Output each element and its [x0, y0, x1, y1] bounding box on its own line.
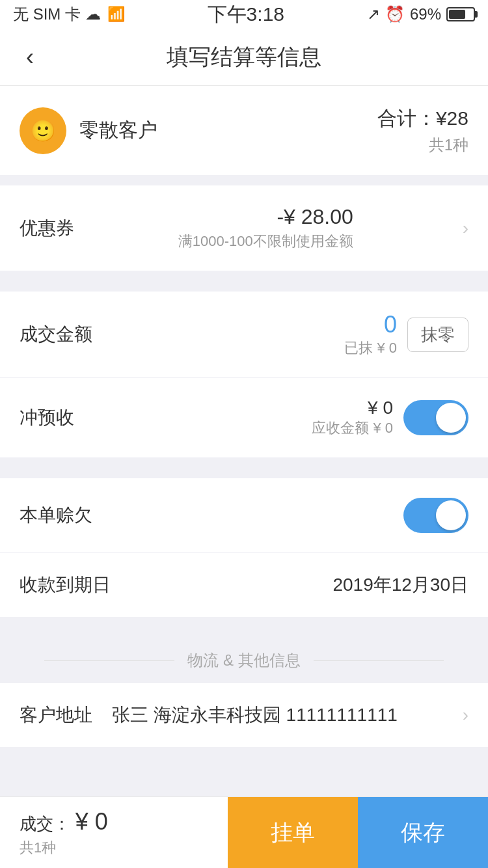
logistics-section-label: 物流 & 其他信息 [0, 638, 488, 683]
round-zero-button[interactable]: 抹零 [407, 318, 468, 352]
battery-icon [446, 7, 475, 21]
prepayment-row: 冲预收 ¥ 0 应收金额 ¥ 0 [0, 378, 488, 457]
status-left: 无 SIM 卡 ☁ 📶 [13, 4, 125, 25]
coupon-right: -¥ 28.00 满1000-100不限制使用金额 [178, 205, 353, 251]
total-count: 共1种 [377, 135, 468, 156]
address-value: 张三 海淀永丰科技园 11111111111 [112, 703, 443, 727]
credit-toggle-knob [436, 500, 466, 530]
address-label: 客户地址 [20, 703, 92, 727]
due-date-label: 收款到期日 [20, 573, 111, 597]
prepayment-value: ¥ 0 [312, 398, 393, 418]
bottom-bar: 成交： ¥ 0 共1种 挂单 保存 [0, 796, 488, 868]
divider-1 [0, 281, 488, 292]
prepayment-toggle[interactable] [403, 400, 468, 435]
prepayment-sub: 应收金额 ¥ 0 [312, 418, 393, 438]
customer-name: 零散客户 [79, 117, 157, 144]
prepayment-right: ¥ 0 应收金额 ¥ 0 [312, 398, 468, 438]
coupon-section: 优惠券 -¥ 28.00 满1000-100不限制使用金额 › [0, 185, 488, 271]
address-chevron: › [463, 705, 468, 726]
bottom-amount: ¥ 0 [75, 808, 108, 835]
logistics-label-text: 物流 & 其他信息 [187, 650, 300, 671]
total-amount: 合计：¥28 [377, 105, 468, 132]
save-button[interactable]: 保存 [358, 797, 488, 869]
location-icon: ↗ [367, 5, 380, 23]
coupon-amount: -¥ 28.00 [178, 205, 353, 229]
credit-section: 本单赊欠 收款到期日 2019年12月30日 [0, 478, 488, 617]
customer-row: 🙂 零散客户 合计：¥28 共1种 [0, 86, 488, 175]
sim-status: 无 SIM 卡 ☁ [13, 4, 101, 25]
avatar-icon: 🙂 [30, 118, 56, 143]
status-right: ↗ ⏰ 69% [367, 5, 475, 23]
credit-label: 本单赊欠 [20, 503, 92, 528]
back-button[interactable]: ‹ [20, 37, 40, 77]
coupon-desc: 满1000-100不限制使用金额 [178, 232, 353, 251]
hang-button[interactable]: 挂单 [228, 797, 358, 869]
transaction-section: 成交金额 0 已抹 ¥ 0 抹零 冲预收 ¥ 0 应收金额 ¥ 0 [0, 292, 488, 457]
prepayment-label: 冲预收 [20, 405, 74, 430]
time-display: 下午3:18 [208, 1, 284, 28]
bottom-deal-label: 成交： [20, 814, 70, 834]
battery-fill [449, 10, 465, 19]
prepayment-toggle-knob [436, 403, 466, 433]
bottom-deal-row: 成交： ¥ 0 [20, 808, 208, 835]
bottom-count: 共1种 [20, 838, 208, 858]
transaction-value: 0 [344, 311, 397, 338]
avatar: 🙂 [20, 107, 66, 154]
nav-bar: ‹ 填写结算等信息 [0, 29, 488, 86]
transaction-value-col: 0 已抹 ¥ 0 [344, 311, 397, 358]
divider-3 [0, 627, 488, 638]
transaction-sub: 已抹 ¥ 0 [344, 338, 397, 358]
back-icon: ‹ [26, 44, 34, 70]
transaction-amount-row: 成交金额 0 已抹 ¥ 0 抹零 [0, 292, 488, 378]
coupon-chevron: › [463, 218, 468, 239]
battery-percent: 69% [410, 5, 441, 23]
address-section: 客户地址 张三 海淀永丰科技园 11111111111 › [0, 683, 488, 747]
divider-2 [0, 468, 488, 478]
transaction-label: 成交金额 [20, 322, 92, 347]
bottom-info: 成交： ¥ 0 共1种 [0, 808, 228, 858]
due-date-row: 收款到期日 2019年12月30日 [0, 553, 488, 617]
customer-right: 合计：¥28 共1种 [377, 105, 468, 156]
page-title: 填写结算等信息 [167, 42, 321, 72]
transaction-right: 0 已抹 ¥ 0 抹零 [344, 311, 468, 358]
credit-right [403, 498, 468, 533]
credit-row: 本单赊欠 [0, 478, 488, 553]
alarm-icon: ⏰ [385, 5, 405, 23]
coupon-label: 优惠券 [20, 216, 74, 241]
wifi-icon: 📶 [107, 6, 125, 23]
due-date-value: 2019年12月30日 [332, 573, 468, 597]
coupon-row[interactable]: 优惠券 -¥ 28.00 满1000-100不限制使用金额 › [0, 185, 488, 271]
customer-left: 🙂 零散客户 [20, 107, 157, 154]
main-content: 🙂 零散客户 合计：¥28 共1种 优惠券 -¥ 28.00 满1000-100… [0, 86, 488, 835]
credit-toggle[interactable] [403, 498, 468, 533]
prepayment-value-col: ¥ 0 应收金额 ¥ 0 [312, 398, 393, 438]
address-row[interactable]: 客户地址 张三 海淀永丰科技园 11111111111 › [0, 683, 488, 747]
status-bar: 无 SIM 卡 ☁ 📶 下午3:18 ↗ ⏰ 69% [0, 0, 488, 29]
